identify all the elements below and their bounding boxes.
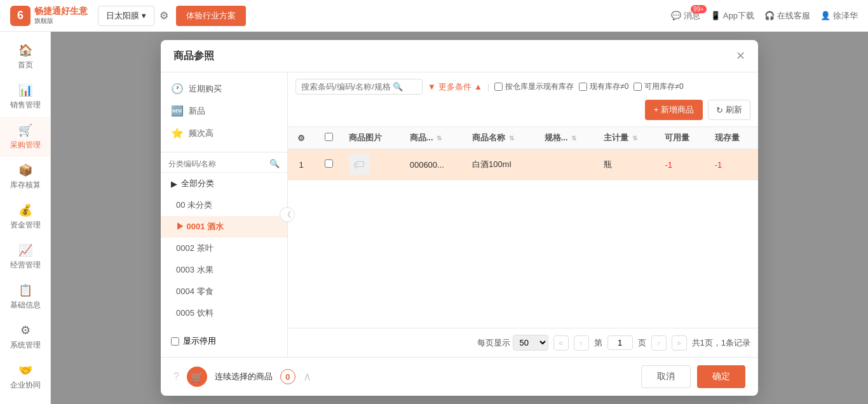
- more-conditions-button[interactable]: ▼ 更多条件 ▲: [428, 81, 482, 93]
- trial-button[interactable]: 体验行业方案: [176, 6, 246, 26]
- stock-nonzero-checkbox[interactable]: [579, 83, 587, 91]
- sidebar-item-system[interactable]: ⚙ 系统管理: [0, 317, 50, 357]
- main-area: 商品参照 ✕ 🕐 近期购买 🆕: [51, 32, 868, 404]
- col-unit-label: 主计量: [604, 133, 628, 142]
- sidebar-item-home[interactable]: 🏠 首页: [0, 37, 50, 77]
- message-icon: 💬: [671, 11, 681, 20]
- prev-page-button[interactable]: ‹: [574, 335, 589, 351]
- collapse-panel-button[interactable]: 《: [280, 207, 295, 222]
- table-row[interactable]: 1 🏷 000600... 白酒100ml: [288, 149, 758, 180]
- sidebar-item-sales[interactable]: 📊 销售管理: [0, 77, 50, 117]
- first-page-button[interactable]: «: [553, 335, 569, 351]
- available-nonzero-label[interactable]: 可用库存≠0: [634, 81, 683, 92]
- product-search-box: 🔍: [295, 79, 423, 95]
- page-size-label: 每页显示: [477, 337, 510, 349]
- filter-icon: ▼: [428, 82, 436, 91]
- category-item-drink[interactable]: 0005 饮料: [161, 302, 287, 324]
- logo-icon: 6: [10, 6, 31, 26]
- available-nonzero-text: 可用库存≠0: [644, 81, 683, 92]
- sidebar-item-operation[interactable]: 📈 经营管理: [0, 237, 50, 277]
- sidebar-item-finance[interactable]: 💰 资金管理: [0, 197, 50, 237]
- col-stock[interactable]: 现存量: [709, 127, 758, 149]
- home-icon: 🏠: [18, 43, 32, 57]
- category-item-tea[interactable]: 0002 茶叶: [161, 238, 287, 259]
- col-code[interactable]: 商品... ⇅: [403, 127, 466, 149]
- sidebar-label-purchase: 采购管理: [10, 140, 41, 151]
- stock-by-warehouse-label[interactable]: 按仓库显示现有库存: [494, 81, 574, 92]
- row-code: 000600...: [403, 149, 466, 180]
- stock-by-warehouse-checkbox[interactable]: [494, 83, 503, 91]
- category-item-uncategorized[interactable]: 00 未分类: [161, 194, 287, 216]
- show-disabled-checkbox[interactable]: [171, 337, 179, 346]
- product-search-input[interactable]: [301, 82, 390, 91]
- category-item-water[interactable]: 0008 水: [161, 324, 287, 330]
- new-product-nav[interactable]: 🆕 新品: [161, 100, 287, 122]
- col-settings[interactable]: ⚙: [288, 127, 315, 149]
- chevron-down-icon: ▾: [142, 11, 146, 20]
- row-checkbox[interactable]: [325, 159, 333, 168]
- last-page-button[interactable]: »: [672, 335, 687, 351]
- next-page-button[interactable]: ›: [651, 335, 667, 351]
- sidebar-item-inventory[interactable]: 📦 库存核算: [0, 157, 50, 197]
- collab-icon: 🤝: [18, 363, 32, 377]
- help-icon[interactable]: ?: [173, 371, 179, 382]
- category-search-input[interactable]: [168, 159, 266, 168]
- modal-body: 🕐 近期购买 🆕 新品 ⭐ 频次高: [161, 72, 758, 357]
- pagination-bar: 每页显示 50 100 200 « ‹ 第 页: [288, 328, 758, 357]
- avatar: 👤: [820, 11, 831, 20]
- cart-button[interactable]: 🛒: [187, 367, 207, 387]
- message-nav-item[interactable]: 💬 消息 99+: [671, 10, 700, 22]
- row-spec: [538, 149, 597, 180]
- page-size-selector: 每页显示 50 100 200: [477, 335, 548, 351]
- category-item-fruit[interactable]: 0003 水果: [161, 259, 287, 281]
- app-download-nav-item[interactable]: 📱 App下载: [710, 10, 754, 22]
- sidebar: 🏠 首页 📊 销售管理 🛒 采购管理 📦 库存核算 💰 资金管理 📈 经营管理 …: [0, 32, 51, 404]
- cancel-button[interactable]: 取消: [641, 365, 691, 388]
- search-icon[interactable]: 🔍: [269, 159, 280, 168]
- service-nav-item[interactable]: 🎧 在线客服: [764, 10, 810, 22]
- show-disabled-label: 显示停用: [183, 335, 216, 347]
- sidebar-label-basic: 基础信息: [10, 300, 41, 311]
- col-image: 商品图片: [342, 127, 403, 149]
- col-checkbox[interactable]: [315, 127, 342, 149]
- table-header-row: ⚙ 商品图片 商品... ⇅ 商品名称: [288, 127, 758, 149]
- category-all[interactable]: ▶ 全部分类: [161, 173, 287, 194]
- page-size-select[interactable]: 50 100 200: [513, 335, 548, 351]
- page-number-input[interactable]: [607, 335, 633, 350]
- stock-nonzero-label[interactable]: 现有库存≠0: [579, 81, 628, 92]
- store-selector[interactable]: 日太阳膜 ▾: [98, 6, 154, 26]
- continuous-label: 连续选择的商品: [215, 371, 273, 382]
- row-checkbox-cell[interactable]: [315, 149, 342, 180]
- confirm-button[interactable]: 确定: [697, 365, 745, 388]
- product-table-wrapper: ⚙ 商品图片 商品... ⇅ 商品名称: [288, 127, 758, 328]
- col-name[interactable]: 商品名称 ⇅: [466, 127, 538, 149]
- sidebar-item-collab[interactable]: 🤝 企业协同: [0, 357, 50, 397]
- category-item-liquor[interactable]: ▶ 0001 酒水: [161, 216, 287, 238]
- app-label: App下载: [723, 10, 754, 22]
- modal-header: 商品参照 ✕: [161, 40, 758, 72]
- frequent-nav[interactable]: ⭐ 频次高: [161, 122, 287, 144]
- sidebar-item-purchase[interactable]: 🛒 采购管理: [0, 117, 50, 157]
- category-item-snack[interactable]: 0004 零食: [161, 281, 287, 302]
- system-icon: ⚙: [20, 323, 31, 337]
- sidebar-item-guide[interactable]: 🎯 新手引导: [0, 397, 50, 404]
- sidebar-item-basic[interactable]: 📋 基础信息: [0, 277, 50, 317]
- col-available[interactable]: 可用量: [658, 127, 708, 149]
- search-icon[interactable]: 🔍: [393, 82, 403, 91]
- select-all-checkbox[interactable]: [325, 133, 333, 141]
- add-product-button[interactable]: + 新增商品: [645, 100, 703, 120]
- refresh-button[interactable]: ↻ 刷新: [708, 100, 750, 120]
- footer-actions: 取消 确定: [641, 365, 745, 388]
- available-nonzero-checkbox[interactable]: [634, 83, 642, 91]
- logo-text: 畅捷通好生意: [34, 6, 88, 17]
- user-nav-item[interactable]: 👤 徐泽华: [820, 10, 858, 22]
- recent-purchase-nav[interactable]: 🕐 近期购买: [161, 77, 287, 100]
- modal-close-button[interactable]: ✕: [736, 49, 745, 63]
- page-label: 第: [594, 337, 602, 349]
- footer-collapse-icon[interactable]: ∧: [303, 370, 311, 384]
- gear-icon[interactable]: ⚙: [159, 10, 168, 22]
- category-all-label: 全部分类: [181, 178, 214, 189]
- modal-left-panel: 🕐 近期购买 🆕 新品 ⭐ 频次高: [161, 72, 288, 357]
- col-unit[interactable]: 主计量 ⇅: [597, 127, 658, 149]
- col-spec[interactable]: 规格... ⇅: [538, 127, 597, 149]
